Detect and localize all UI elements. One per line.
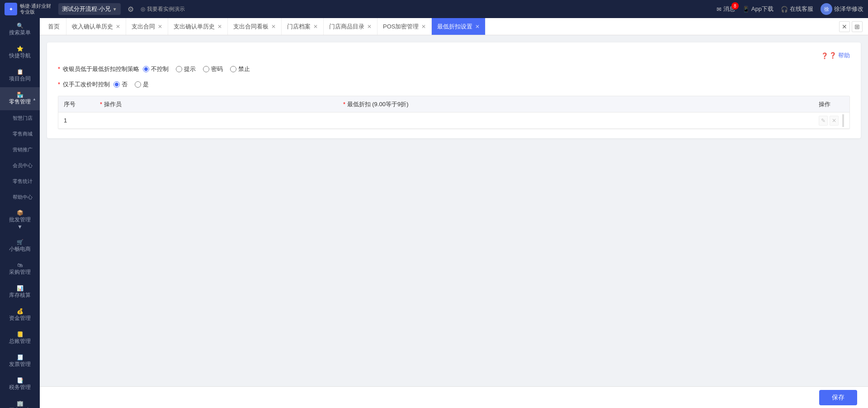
tab-close-all-btn[interactable]: ✕ — [839, 21, 850, 32]
sidebar-item-purchase-mgmt[interactable]: 🛍 采购管理 — [0, 258, 40, 281]
sidebar-item-batch-mgmt[interactable]: 📦 批发管理 — [0, 205, 40, 234]
tab-payment-contract-board[interactable]: 支出合同看板 ✕ — [228, 18, 282, 35]
tab-payment-confirm-history[interactable]: 支出确认单历史 ✕ — [168, 18, 228, 35]
project-name: 测试分开流程·小兄 — [62, 5, 111, 13]
purchase-icon: 🛍 — [2, 262, 38, 268]
settings-card: ❓ ❓ 帮助 * 收银员低于最低折扣控制策略 不控制 — [47, 42, 861, 138]
sidebar-item-ecommerce[interactable]: 🛒 小畅电商 — [0, 234, 40, 258]
sidebar-item-search[interactable]: 🔍 搜索菜单 — [0, 18, 40, 41]
ecommerce-icon: 🛒 — [2, 239, 38, 245]
save-button[interactable]: 保存 — [819, 390, 857, 405]
sidebar-item-accounting[interactable]: 📒 总账管理 — [0, 327, 40, 350]
tab-income-history[interactable]: 收入确认单历史 ✕ — [66, 18, 126, 35]
content-area: 首页 收入确认单历史 ✕ 支出合同 ✕ 支出确认单历史 ✕ 支出合同看板 ✕ 门… — [40, 18, 868, 408]
manual-price-radio-group: 否 是 — [113, 80, 149, 89]
tab-pos-password[interactable]: POS加密管理 ✕ — [377, 18, 432, 35]
sidebar-item-retail-stats[interactable]: 零售统计 — [0, 174, 40, 189]
tab-close-store-products[interactable]: ✕ — [367, 24, 372, 29]
cashier-radio-no-control[interactable] — [143, 66, 149, 72]
tab-store-products[interactable]: 门店商品目录 ✕ — [324, 18, 377, 35]
demo-link[interactable]: ◎ 我要看实例演示 — [141, 5, 185, 13]
manual-price-label: * 仅手工改价时控制 — [58, 80, 110, 89]
cashier-option-hint[interactable]: 提示 — [176, 65, 196, 73]
sidebar-item-smart-store[interactable]: 智慧门店 — [0, 110, 40, 126]
sidebar-item-inventory[interactable]: 📊 库存核算 — [0, 281, 40, 304]
page-content: ❓ ❓ 帮助 * 收银员低于最低折扣控制策略 不控制 — [40, 35, 868, 386]
invoice-icon: 🧾 — [2, 354, 38, 361]
top-center: 测试分开流程·小兄 ▼ ⚙ ◎ 我要看实例演示 — [58, 3, 717, 15]
fixed-assets-icon: 🏢 — [2, 400, 38, 407]
tab-close-store-file[interactable]: ✕ — [313, 24, 318, 29]
sidebar-item-tax-mgmt[interactable]: 📑 税务管理 — [0, 373, 40, 396]
sidebar-item-member-center[interactable]: 会员中心 — [0, 158, 40, 174]
sidebar-item-shortcut[interactable]: ⭐ 快捷导航 — [0, 41, 40, 64]
sidebar-item-project-contract[interactable]: 📋 项目合同 — [0, 64, 40, 87]
tab-bar-actions: ✕ ⊞ — [835, 21, 866, 32]
row-drag-handle[interactable] — [842, 114, 844, 127]
manual-option-yes[interactable]: 是 — [135, 80, 149, 89]
tab-bar: 首页 收入确认单历史 ✕ 支出合同 ✕ 支出确认单历史 ✕ 支出合同看板 ✕ 门… — [40, 18, 868, 35]
inventory-icon: 📊 — [2, 285, 38, 291]
cashier-policy-row: * 收银员低于最低折扣控制策略 不控制 提示 — [58, 65, 850, 73]
messages-btn[interactable]: ✉ 消息 8 — [717, 5, 735, 13]
cashier-policy-radio-group: 不控制 提示 密码 禁止 — [143, 65, 250, 73]
manual-option-no[interactable]: 否 — [113, 80, 127, 89]
cashier-radio-forbid[interactable] — [230, 66, 236, 72]
tab-more-btn[interactable]: ⊞ — [852, 21, 863, 32]
tab-close-payment-contract[interactable]: ✕ — [158, 24, 162, 29]
gear-icon[interactable]: ⚙ — [124, 3, 137, 15]
tab-close-pos-password[interactable]: ✕ — [421, 24, 426, 29]
demo-circle-icon: ◎ — [141, 6, 145, 12]
logo-text: 畅捷·通好业财 专业版 — [20, 3, 51, 15]
cashier-radio-hint[interactable] — [176, 66, 182, 72]
manual-radio-yes[interactable] — [135, 81, 141, 88]
cashier-option-no-control[interactable]: 不控制 — [143, 65, 169, 73]
batch-icon: 📦 — [2, 210, 38, 216]
tab-close-payment-confirm-history[interactable]: ✕ — [217, 24, 222, 29]
manual-radio-no[interactable] — [113, 81, 120, 88]
help-icon: ❓ — [821, 52, 828, 59]
cashier-option-forbid[interactable]: 禁止 — [230, 65, 250, 73]
sidebar-item-retail-mgmt[interactable]: 🏪 零售管理 — [0, 87, 40, 110]
tab-close-income-history[interactable]: ✕ — [116, 24, 120, 29]
main-layout: 🔍 搜索菜单 ⭐ 快捷导航 📋 项目合同 🏪 零售管理 智慧门店 零售商城 营销… — [0, 18, 868, 408]
retail-icon: 🏪 — [2, 92, 38, 98]
sidebar-item-marketing[interactable]: 营销推广 — [0, 142, 40, 158]
sidebar-item-fixed-assets[interactable]: 🏢 固定资产 — [0, 396, 40, 408]
tab-home[interactable]: 首页 — [42, 18, 66, 35]
headset-icon: 🎧 — [781, 6, 788, 13]
bottom-bar: 保存 — [40, 386, 868, 408]
app-download-btn[interactable]: 📱 App下载 — [742, 5, 774, 13]
project-selector[interactable]: 测试分开流程·小兄 ▼ — [58, 3, 121, 15]
sidebar: 🔍 搜索菜单 ⭐ 快捷导航 📋 项目合同 🏪 零售管理 智慧门店 零售商城 营销… — [0, 18, 40, 408]
tab-close-min-discount[interactable]: ✕ — [475, 24, 480, 29]
download-icon: 📱 — [742, 6, 750, 13]
search-icon: 🔍 — [2, 23, 38, 29]
help-link[interactable]: ❓ ❓ 帮助 — [821, 52, 850, 60]
sidebar-item-help-center[interactable]: 帮助中心 — [0, 189, 40, 205]
message-icon: ✉ — [717, 6, 722, 13]
cashier-policy-label: * 收银员低于最低折扣控制策略 — [58, 65, 139, 73]
row-delete-btn[interactable]: ✕ — [830, 116, 839, 126]
online-service-btn[interactable]: 🎧 在线客服 — [781, 5, 813, 13]
chevron-down-icon: ▼ — [113, 7, 117, 12]
contract-icon: 📋 — [2, 69, 38, 75]
sidebar-item-invoice-mgmt[interactable]: 🧾 发票管理 — [0, 350, 40, 373]
tab-payment-contract[interactable]: 支出合同 ✕ — [126, 18, 168, 35]
col-header-seq: 序号 — [58, 100, 94, 108]
tab-close-payment-contract-board[interactable]: ✕ — [271, 24, 276, 29]
row-edit-btn[interactable]: ✎ — [819, 116, 828, 126]
cashier-required-marker: * — [58, 66, 60, 72]
tab-min-discount[interactable]: 最低折扣设置 ✕ — [432, 18, 486, 35]
capital-icon: 💰 — [2, 308, 38, 314]
cashier-option-password[interactable]: 密码 — [203, 65, 223, 73]
logo-icon: ✦ — [5, 3, 17, 15]
tab-store-file[interactable]: 门店档案 ✕ — [282, 18, 324, 35]
shortcut-icon: ⭐ — [2, 46, 38, 52]
sidebar-item-retail-mall[interactable]: 零售商城 — [0, 126, 40, 142]
manual-required-marker: * — [58, 81, 60, 88]
avatar: 徐 — [821, 3, 832, 15]
user-btn[interactable]: 徐 徐泽华修改 — [821, 3, 863, 15]
cashier-radio-password[interactable] — [203, 66, 209, 72]
sidebar-item-capital-mgmt[interactable]: 💰 资金管理 — [0, 304, 40, 327]
